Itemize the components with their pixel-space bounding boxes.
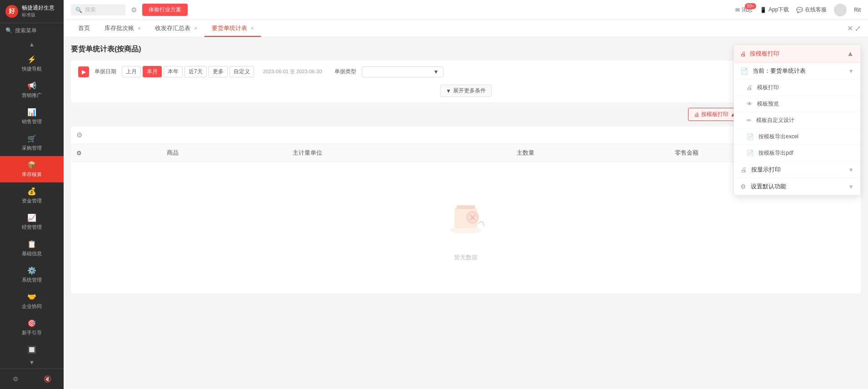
sidebar-item-inventory[interactable]: 📦 库存核算 (0, 156, 64, 182)
sidebar-item-sales[interactable]: 📊 销售管理 (0, 103, 64, 130)
type-select-arrow: ▼ (433, 69, 439, 75)
type-filter-select[interactable]: ▼ (362, 66, 444, 77)
search-menu-label: 搜索菜单 (15, 27, 37, 35)
sidebar-item-apps[interactable]: 🔲 应用中心 (0, 341, 64, 356)
svg-rect-2 (457, 205, 475, 209)
sidebar-item-finance[interactable]: 💰 资金管理 (0, 182, 64, 209)
nav-list: ⚡ 快捷导航 📢 营销推广 📊 销售管理 🛒 采购管理 📦 库存核算 💰 资金管… (0, 51, 64, 356)
scroll-down-btn[interactable]: ▼ (0, 356, 64, 369)
search-icon: 🔍 (5, 27, 12, 34)
display-print-item[interactable]: 🖨 按显示打印 ▼ (734, 162, 860, 178)
sidebar-item-operation[interactable]: 📈 经营管理 (0, 209, 64, 235)
sidebar-item-collab[interactable]: 🤝 企业协同 (0, 288, 64, 314)
basic-label: 基础信息 (22, 250, 42, 257)
message-btn[interactable]: ✉ 消息 99+ (735, 6, 753, 14)
username: Rit (854, 7, 861, 13)
expand-tabs-btn[interactable]: ⤢ (855, 24, 861, 33)
search-menu[interactable]: 🔍 搜索菜单 (0, 23, 64, 38)
apps-icon: 🔲 (27, 345, 36, 354)
tab-home[interactable]: 首页 (71, 20, 97, 37)
date-7day-btn[interactable]: 近7天 (185, 66, 207, 77)
date-range-text: 2023-06-01 至 2023-06-30 (263, 68, 322, 75)
close-all-tabs-btn[interactable]: ✕ (847, 24, 853, 33)
date-custom-btn[interactable]: 自定义 (229, 66, 254, 77)
sales-icon: 📊 (27, 108, 36, 116)
print-dropdown-close-btn[interactable]: ▲ (847, 50, 854, 58)
expand-icon: ▼ (446, 88, 451, 94)
template-preview-icon: 👁 (747, 101, 753, 107)
settings-icon[interactable]: ⚙ (9, 374, 22, 384)
set-default-arrow: ▼ (848, 183, 854, 190)
topbar-search[interactable]: 🔍 搜索 (71, 4, 125, 15)
logo-icon: 好 (5, 5, 18, 18)
template-print-icon: 🖨 (747, 84, 753, 91)
set-default-icon: ⚙ (740, 183, 746, 190)
quick-nav-icon: ⚡ (27, 55, 36, 64)
sidebar-item-quick-nav[interactable]: ⚡ 快捷导航 (0, 51, 64, 77)
purchase-icon: 🛒 (27, 134, 36, 143)
template-pdf-item[interactable]: 📄 按模板导出pdf (734, 145, 860, 162)
tab-inventory-batch[interactable]: 库存批次账 × (97, 20, 148, 37)
filter-toggle-btn[interactable]: ▶ (78, 66, 89, 77)
current-template-arrow: ▼ (848, 68, 854, 75)
sidebar-item-marketing[interactable]: 📢 营销推广 (0, 77, 64, 103)
promo-button[interactable]: 体验行业方案 (142, 4, 188, 16)
tab-order-stats-close[interactable]: × (251, 25, 254, 31)
template-print-item[interactable]: 🖨 模板打印 (734, 80, 860, 96)
sidebar-item-system[interactable]: ⚙️ 系统管理 (0, 262, 64, 288)
tab-receipt-summary[interactable]: 收发存汇总表 × (148, 20, 204, 37)
set-default-item[interactable]: ⚙ 设置默认功能 ▼ (734, 178, 860, 195)
tabs-bar: 首页 库存批次账 × 收发存汇总表 × 要货单统计表 × ✕ ⤢ (64, 20, 868, 37)
current-template-icon: 📄 (740, 67, 748, 75)
marketing-label: 营销推广 (22, 92, 42, 99)
table-settings-icon[interactable]: ⚙ (76, 131, 82, 139)
tab-inventory-batch-label: 库存批次账 (105, 24, 134, 32)
date-year-btn[interactable]: 本年 (164, 66, 183, 77)
print-dropdown: 🖨 按模板打印 ▲ 📄 当前：要货单统计表 ▼ 🖨 模板打印 👁 模板预览 ✏ (733, 45, 861, 196)
template-preview-label: 模板预览 (757, 100, 779, 108)
sidebar-item-purchase[interactable]: 🛒 采购管理 (0, 130, 64, 156)
support-btn[interactable]: 💬 在线客服 (796, 6, 827, 14)
app-download-btn[interactable]: 📱 App下载 (760, 6, 789, 14)
scroll-up-btn[interactable]: ▲ (0, 38, 64, 51)
mute-icon[interactable]: 🔇 (40, 374, 55, 384)
sidebar-item-basic[interactable]: 📋 基础信息 (0, 235, 64, 262)
template-excel-icon: 📄 (747, 133, 754, 140)
col-product: 商品 (161, 144, 287, 162)
finance-label: 资金管理 (22, 197, 42, 204)
date-btns-group: 上月 本月 本年 近7天 更多 自定义 (122, 66, 254, 77)
sidebar-item-guide[interactable]: 🎯 新手引导 (0, 314, 64, 341)
avatar[interactable] (834, 4, 847, 16)
date-more-btn[interactable]: 更多 (209, 66, 228, 77)
topbar-search-placeholder: 搜索 (85, 6, 96, 14)
empty-icon (443, 194, 489, 248)
basic-icon: 📋 (27, 240, 36, 248)
app-download-label: App下载 (768, 6, 789, 14)
topbar-search-icon: 🔍 (75, 7, 82, 13)
date-cur-month-btn[interactable]: 本月 (143, 66, 162, 77)
main-area: 🔍 搜索 ⚙ 体验行业方案 ✉ 消息 99+ 📱 App下载 💬 在线客服 Ri… (64, 0, 868, 389)
template-design-label: 模板自定义设计 (756, 116, 794, 124)
collab-label: 企业协同 (22, 303, 42, 310)
template-print-label: 模板打印 (757, 84, 779, 91)
tab-inventory-batch-close[interactable]: × (138, 25, 140, 31)
tab-receipt-summary-close[interactable]: × (194, 25, 197, 31)
date-prev-month-btn[interactable]: 上月 (122, 66, 141, 77)
template-design-icon: ✏ (747, 117, 752, 124)
print-title-text: 按模板打印 (750, 50, 779, 58)
topbar-gear-btn[interactable]: ⚙ (131, 6, 137, 14)
app-version: 标准版 (22, 12, 55, 18)
app-name-container: 畅捷通好生意 标准版 (22, 5, 55, 18)
topbar: 🔍 搜索 ⚙ 体验行业方案 ✉ 消息 99+ 📱 App下载 💬 在线客服 Ri… (64, 0, 868, 20)
tab-order-stats[interactable]: 要货单统计表 × (205, 20, 261, 37)
app-download-icon: 📱 (760, 7, 767, 13)
template-excel-item[interactable]: 📄 按模板导出excel (734, 129, 860, 145)
template-preview-item[interactable]: 👁 模板预览 (734, 96, 860, 112)
current-template-item[interactable]: 📄 当前：要货单统计表 ▼ (734, 63, 860, 80)
date-filter-label: 单据日期 (95, 68, 116, 76)
template-design-item[interactable]: ✏ 模板自定义设计 (734, 112, 860, 129)
sales-label: 销售管理 (22, 118, 42, 125)
app-logo: 好 畅捷通好生意 标准版 (0, 0, 64, 23)
tab-home-label: 首页 (78, 24, 90, 32)
expand-more-btn[interactable]: ▼ 展开更多条件 (440, 85, 492, 97)
